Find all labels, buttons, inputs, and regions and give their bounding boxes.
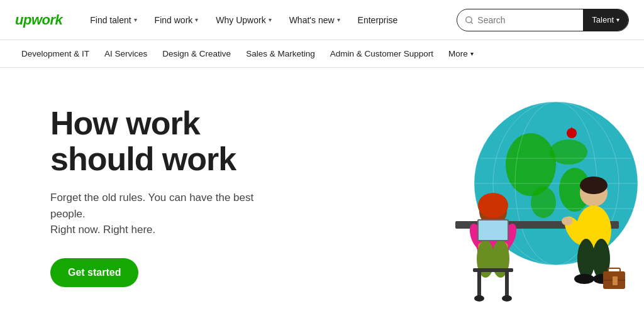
svg-point-38	[562, 217, 573, 226]
svg-point-30	[474, 295, 484, 302]
main-nav-links: Find talent ▾ Find work ▾ Why Upwork ▾ W…	[82, 10, 457, 30]
nav-find-work[interactable]: Find work ▾	[147, 10, 206, 30]
svg-rect-27	[473, 268, 513, 272]
nav-find-talent[interactable]: Find talent ▾	[82, 10, 144, 30]
hero-section: How work should work Forget the old rule…	[0, 68, 644, 312]
svg-point-20	[478, 193, 508, 218]
hero-subtitle: Forget the old rules. You can have the b…	[50, 190, 289, 238]
search-input-area	[457, 15, 583, 25]
nav-why-upwork[interactable]: Why Upwork ▾	[208, 10, 279, 30]
search-input[interactable]	[477, 15, 565, 25]
svg-point-31	[502, 295, 512, 302]
search-icon	[465, 16, 474, 24]
nav-whats-new[interactable]: What's new ▾	[282, 10, 348, 30]
nav-enterprise[interactable]: Enterprise	[350, 10, 406, 30]
talent-button[interactable]: Talent ▾	[583, 9, 628, 31]
chevron-down-icon: ▾	[195, 16, 198, 23]
svg-point-6	[531, 187, 556, 218]
sub-nav: Development & IT AI Services Design & Cr…	[0, 40, 644, 68]
svg-rect-28	[477, 272, 481, 297]
sub-nav-design-creative[interactable]: Design & Creative	[156, 45, 237, 62]
trusted-section: Trusted by Microsoft ❤ airbnb BISSELL	[0, 312, 644, 321]
chevron-down-icon: ▾	[134, 16, 137, 23]
hero-title: How work should work	[50, 106, 377, 177]
svg-rect-29	[505, 272, 509, 297]
svg-point-39	[577, 239, 595, 279]
nav-right-section: Talent ▾	[457, 9, 629, 31]
chevron-down-icon: ▾	[337, 16, 340, 23]
get-started-button[interactable]: Get started	[50, 258, 138, 287]
sub-nav-sales-marketing[interactable]: Sales & Marketing	[240, 45, 321, 62]
svg-point-35	[580, 177, 608, 194]
svg-rect-46	[613, 276, 618, 285]
sub-nav-dev-it[interactable]: Development & IT	[15, 45, 96, 62]
svg-point-3	[506, 133, 556, 196]
chevron-down-icon: ▾	[470, 50, 474, 57]
top-nav: upwork Find talent ▾ Find work ▾ Why Upw…	[0, 0, 644, 40]
sub-nav-admin-support[interactable]: Admin & Customer Support	[324, 45, 440, 62]
svg-rect-33	[479, 220, 508, 240]
hero-content: How work should work Forget the old rule…	[50, 106, 377, 287]
svg-point-41	[574, 274, 594, 284]
svg-point-4	[550, 139, 587, 165]
sub-nav-ai-services[interactable]: AI Services	[98, 45, 153, 62]
chevron-down-icon: ▾	[269, 16, 272, 23]
upwork-logo[interactable]: upwork	[15, 12, 62, 28]
search-bar[interactable]: Talent ▾	[457, 9, 629, 31]
hero-svg-image	[380, 70, 644, 309]
sub-nav-more[interactable]: More ▾	[442, 45, 480, 62]
svg-line-1	[471, 21, 473, 23]
chevron-down-icon: ▾	[616, 16, 619, 23]
hero-illustration	[380, 68, 644, 312]
